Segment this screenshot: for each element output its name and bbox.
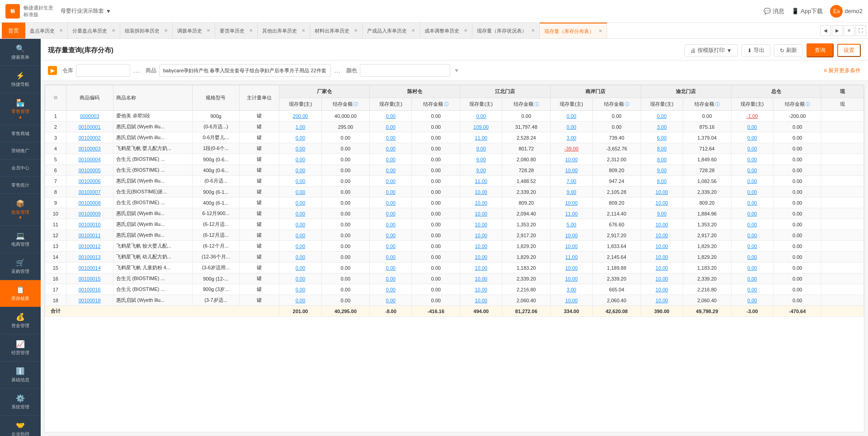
- yb-qty-link[interactable]: 8.00: [657, 178, 666, 184]
- sidebar-item-finance[interactable]: 💰 资金管理: [0, 307, 41, 334]
- tab-close-icon[interactable]: ✕: [112, 23, 115, 39]
- jb-qty-link[interactable]: 10.00: [475, 276, 487, 281]
- tab-maximize-btn[interactable]: ⛶: [855, 25, 866, 36]
- message-btn[interactable]: 💬 消息: [764, 7, 784, 15]
- yb-qty-link[interactable]: 10.00: [656, 200, 668, 206]
- tab-qtck[interactable]: 其他出库单历史✕: [258, 23, 310, 39]
- sidebar-item-cooperation[interactable]: 🤝 企业协同: [0, 416, 41, 436]
- jb-qty-link[interactable]: 109.00: [473, 124, 489, 130]
- cj-qty-link[interactable]: 0.00: [296, 178, 305, 184]
- tab-close-icon[interactable]: ✕: [354, 23, 358, 39]
- code-link[interactable]: 00100003: [79, 146, 101, 151]
- cc-qty-link[interactable]: 0.00: [386, 287, 396, 292]
- code-link[interactable]: 00100018: [79, 298, 101, 303]
- zc-qty-link[interactable]: 0.00: [747, 157, 757, 162]
- settings-btn[interactable]: 设置: [837, 44, 861, 57]
- cj-qty-link[interactable]: 0.00: [296, 211, 305, 216]
- sidebar-item-purchase[interactable]: 🛒 采购管理: [0, 253, 41, 280]
- na-qty-link[interactable]: 10.00: [565, 233, 578, 238]
- industry-selector[interactable]: 母婴行业演示陈套 ▼: [61, 7, 111, 15]
- zc-qty-link[interactable]: 0.00: [747, 168, 757, 173]
- cc-qty-link[interactable]: 0.00: [386, 254, 396, 260]
- tab-close-icon[interactable]: ✕: [599, 23, 602, 39]
- sidebar-item-retail-stats[interactable]: 零售统计: [0, 177, 41, 194]
- cj-qty-link[interactable]: 0.00: [296, 287, 305, 292]
- filter-toggle-btn[interactable]: ▶: [48, 66, 57, 75]
- code-link[interactable]: 00100002: [79, 135, 101, 141]
- yb-qty-link[interactable]: 10.00: [656, 254, 668, 260]
- zc-qty-link[interactable]: 0.00: [747, 189, 757, 195]
- tab-next-btn[interactable]: ▶: [832, 25, 843, 36]
- code-link[interactable]: 00100004: [79, 157, 101, 162]
- cc-qty-link[interactable]: 0.00: [386, 244, 396, 249]
- jb-qty-link[interactable]: 10.00: [475, 211, 487, 216]
- na-qty-link[interactable]: 5.00: [566, 222, 576, 227]
- na-qty-link[interactable]: 10.00: [565, 168, 578, 173]
- tab-dbd[interactable]: 调拨单历史✕: [173, 23, 215, 39]
- cc-qty-link[interactable]: 0.00: [386, 276, 396, 281]
- yb-qty-link[interactable]: 8.00: [657, 146, 666, 151]
- jb-qty-link[interactable]: 9.00: [476, 146, 486, 151]
- info-icon[interactable]: ⓘ: [715, 102, 720, 107]
- sidebar-item-search[interactable]: 🔍 搜索英单: [0, 39, 41, 66]
- jb-qty-link[interactable]: 10.00: [475, 265, 487, 271]
- code-link[interactable]: 00100005: [79, 168, 101, 173]
- sidebar-item-retail-mgmt[interactable]: 🏪 零售管理 ▲: [0, 93, 41, 125]
- cj-qty-link[interactable]: 0.00: [296, 168, 305, 173]
- zc-qty-link[interactable]: 0.00: [747, 211, 757, 216]
- na-qty-link[interactable]: 0.00: [566, 124, 576, 130]
- code-link[interactable]: 00100008: [79, 200, 101, 206]
- zc-qty-link[interactable]: 0.00: [747, 276, 757, 281]
- code-link[interactable]: 00100007: [79, 189, 101, 195]
- zc-qty-link[interactable]: 0.00: [747, 265, 757, 271]
- jb-qty-link[interactable]: 10.00: [475, 254, 487, 260]
- zc-qty-link[interactable]: 0.00: [747, 200, 757, 206]
- sidebar-item-nav[interactable]: ⚡ 快捷导航: [0, 66, 41, 93]
- jb-qty-link[interactable]: 11.00: [475, 178, 487, 184]
- jb-qty-link[interactable]: 10.00: [475, 222, 487, 227]
- sidebar-item-member[interactable]: 会员中心: [0, 159, 41, 177]
- yb-qty-link[interactable]: 6.00: [657, 135, 666, 141]
- yb-qty-link[interactable]: 10.00: [656, 244, 668, 249]
- na-qty-link[interactable]: 10.00: [565, 276, 578, 281]
- na-qty-link[interactable]: -39.00: [564, 146, 578, 151]
- jb-qty-link[interactable]: 0.00: [476, 113, 486, 119]
- jb-qty-link[interactable]: 11.00: [475, 135, 487, 141]
- tab-close-icon[interactable]: ✕: [302, 23, 305, 39]
- cc-qty-link[interactable]: 0.00: [386, 211, 396, 216]
- cj-qty-link[interactable]: 200.00: [293, 113, 308, 119]
- jb-qty-link[interactable]: 10.00: [475, 189, 487, 195]
- cj-qty-link[interactable]: 0.00: [296, 135, 305, 141]
- zc-qty-link[interactable]: 0.00: [747, 178, 757, 184]
- na-qty-link[interactable]: 11.00: [565, 211, 578, 216]
- tab-close-icon[interactable]: ✕: [411, 23, 415, 39]
- code-link[interactable]: 00100011: [79, 233, 101, 238]
- tab-kcfbb[interactable]: 现存量（库存分布表）✕: [540, 23, 607, 39]
- cc-qty-link[interactable]: 0.00: [386, 298, 396, 303]
- tab-clck[interactable]: 材料出库单历史✕: [310, 23, 363, 39]
- code-link[interactable]: 0000003: [80, 113, 99, 119]
- yb-qty-link[interactable]: 10.00: [656, 189, 668, 195]
- zc-qty-link[interactable]: 0.00: [747, 222, 757, 227]
- yb-qty-link[interactable]: 9.00: [657, 168, 666, 173]
- info-icon[interactable]: ⓘ: [444, 102, 448, 107]
- tab-close-icon[interactable]: ✕: [59, 23, 63, 39]
- yb-qty-link[interactable]: 0.00: [657, 113, 666, 119]
- na-qty-link[interactable]: 10.00: [565, 265, 578, 271]
- jb-qty-link[interactable]: 10.00: [475, 244, 487, 249]
- na-qty-link[interactable]: 3.00: [566, 135, 576, 141]
- tab-pds[interactable]: 盘点单历史✕: [25, 23, 68, 39]
- cj-qty-link[interactable]: 0.00: [296, 222, 305, 227]
- cj-qty-link[interactable]: 0.00: [296, 146, 305, 151]
- cc-qty-link[interactable]: 0.00: [386, 233, 396, 238]
- cj-qty-link[interactable]: 0.00: [296, 265, 305, 271]
- color-input[interactable]: [360, 64, 450, 77]
- tab-close-icon[interactable]: ✕: [531, 23, 535, 39]
- tab-yhd[interactable]: 要货单历史✕: [215, 23, 258, 39]
- yb-qty-link[interactable]: 10.00: [656, 222, 668, 227]
- jb-qty-link[interactable]: 10.00: [475, 287, 487, 292]
- code-link[interactable]: 00100001: [79, 124, 101, 130]
- gear-icon[interactable]: ⚙: [53, 95, 58, 100]
- cc-qty-link[interactable]: 0.00: [386, 157, 396, 162]
- zc-qty-link[interactable]: 0.00: [747, 244, 757, 249]
